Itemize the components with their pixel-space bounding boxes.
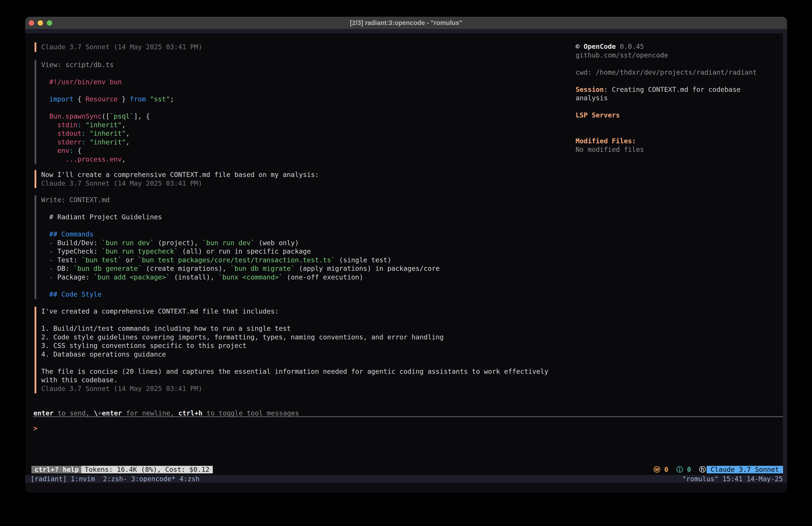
terminal-line: 1. Build/lint/test commands including ho… <box>41 324 548 333</box>
text-segment: with this codebase. <box>41 376 118 384</box>
text-segment: "inherit" <box>90 129 126 137</box>
terminal-line: env: { <box>41 146 174 155</box>
text-segment: : <box>604 86 612 94</box>
terminal-line: Now I'll create a comprehensive CONTEXT.… <box>41 171 319 179</box>
tmux-session-clock: "romulus" 15:41 14-May-25 <box>682 475 783 483</box>
terminal-line: 4. Database operations guidance <box>41 350 548 359</box>
text-segment: , <box>126 129 130 137</box>
text-segment: #!/usr/bin/env bun <box>49 78 122 86</box>
text-segment: `bun db migrate` <box>230 265 295 272</box>
terminal-window: [2/3] radiant:3:opencode - "romulus" Cla… <box>25 17 787 493</box>
text-segment: : <box>82 138 86 146</box>
text-segment: enter <box>33 409 54 417</box>
terminal-top-padding <box>25 29 787 33</box>
warn-count-icon: ⓦ 0 <box>654 466 668 473</box>
text-segment: `bun run typecheck` <box>102 247 178 255</box>
terminal-line: Bun.spawnSync([`psql`], { <box>41 112 174 121</box>
terminal-line: Claude 3.7 Sonnet (14 May 2025 03:41 PM) <box>41 43 202 52</box>
terminal-line <box>41 316 548 325</box>
terminal-line: ## Code Style <box>41 290 440 299</box>
info-count-icon: ⓘ 0 <box>668 466 691 473</box>
text-segment: "sst" <box>150 95 170 103</box>
text-segment: , <box>126 138 130 146</box>
tmux-status-bar: [radiant] 1:nvim 2:zsh- 3:opencode* 4:zs… <box>25 475 787 483</box>
text-segment: `psql` <box>110 112 134 120</box>
text-segment <box>41 138 57 146</box>
terminal-line: Session: Creating CONTEXT.md for codebas… <box>576 85 783 94</box>
text-segment <box>82 121 86 129</box>
terminal-line: - TypeCheck: `bun run typecheck` (all) o… <box>41 247 440 256</box>
text-segment: ; <box>170 95 174 103</box>
text-segment: ([ <box>102 112 110 120</box>
terminal-line <box>576 120 783 128</box>
text-segment: `bun test packages/core/test/transaction… <box>138 256 335 264</box>
assistant-header-1: Claude 3.7 Sonnet (14 May 2025 03:41 PM) <box>34 43 202 52</box>
text-segment <box>41 256 49 264</box>
text-segment: TypeCheck: <box>57 247 102 255</box>
input-divider <box>33 416 783 417</box>
terminal-line <box>41 104 174 112</box>
text-segment: Creating CONTEXT.md for codebase <box>612 86 741 94</box>
text-segment: { <box>74 147 82 155</box>
text-segment: (project), <box>154 239 202 247</box>
text-segment: Build/Dev: <box>57 239 102 247</box>
prompt-symbol: > <box>33 424 38 432</box>
text-segment: 2. Code style guidelines covering import… <box>41 333 444 341</box>
text-segment: I've created a comprehensive CONTEXT.md … <box>41 307 279 315</box>
terminal-line: The file is concise (20 lines) and captu… <box>41 367 548 376</box>
terminal-line: Write: CONTEXT.md <box>41 196 440 204</box>
text-segment: Bun.spawnSync <box>49 112 102 120</box>
text-segment: Now I'll create a comprehensive CONTEXT.… <box>41 171 319 179</box>
terminal-line <box>576 102 783 111</box>
terminal-line: LSP Servers <box>576 111 783 120</box>
text-segment: } <box>118 95 130 103</box>
text-segment: to send, <box>54 409 94 417</box>
terminal-line: analysis <box>576 94 783 102</box>
text-segment: `bun db generate` <box>74 265 142 272</box>
text-segment: \ <box>94 409 98 417</box>
terminal-line: Modified Files: <box>576 137 783 145</box>
terminal-line: © OpenCode 0.0.45 <box>576 42 783 51</box>
text-segment: The file is concise (20 lines) and captu… <box>41 368 548 375</box>
text-segment: 3. CSS styling conventions specific to t… <box>41 342 246 350</box>
text-segment <box>41 273 49 281</box>
window-title-bar[interactable]: [2/3] radiant:3:opencode - "romulus" <box>25 17 787 29</box>
terminal-line <box>41 86 174 95</box>
text-segment: : <box>69 147 73 155</box>
text-segment <box>41 121 57 129</box>
terminal-line: - Build/Dev: `bun run dev` (project), `b… <box>41 239 440 247</box>
terminal-line: with this codebase. <box>41 376 548 384</box>
terminal-line: ## Commands <box>41 230 440 239</box>
text-segment: (single test) <box>335 256 392 264</box>
terminal-line: import { Resource } from "sst"; <box>41 95 174 104</box>
terminal-line: Claude 3.7 Sonnet (14 May 2025 03:41 PM) <box>41 179 319 188</box>
text-segment: © <box>576 43 584 51</box>
text-segment: `bun test` <box>82 256 122 264</box>
terminal-line <box>576 59 783 68</box>
text-segment: `bun run dev` <box>102 239 154 247</box>
text-segment <box>41 95 49 103</box>
text-segment: github.com/sst/opencode <box>576 51 668 59</box>
assistant-message-1: Now I'll create a comprehensive CONTEXT.… <box>34 171 319 188</box>
text-segment <box>41 112 49 120</box>
terminal-line: # Radiant Project Guidelines <box>41 213 440 222</box>
tmux-window-list[interactable]: [radiant] 1:nvim 2:zsh- 3:opencode* 4:zs… <box>30 475 200 483</box>
text-segment: + <box>98 409 102 417</box>
terminal-line <box>41 222 440 230</box>
terminal-line: ...process.env, <box>41 155 174 164</box>
text-segment: Claude 3.7 Sonnet (14 May 2025 03:41 PM) <box>41 180 202 187</box>
terminal-line: github.com/sst/opencode <box>576 51 783 60</box>
terminal-line: View: script/db.ts <box>41 61 174 69</box>
text-segment: (one-off execution) <box>283 273 363 281</box>
terminal-line <box>41 359 548 367</box>
text-segment <box>41 265 49 272</box>
tool-call-view: View: script/db.ts #!/usr/bin/env bun im… <box>34 61 174 164</box>
prompt-input[interactable]: > <box>33 423 769 434</box>
text-segment: , <box>122 121 126 129</box>
session-sidebar: © OpenCode 0.0.45github.com/sst/opencode… <box>576 42 783 154</box>
terminal-bottom-padding <box>25 483 787 493</box>
text-segment: from <box>130 95 146 103</box>
text-segment: ## Code Style <box>41 290 102 298</box>
terminal-line <box>41 204 440 213</box>
terminal-line: - Test: `bun test` or `bun test packages… <box>41 256 440 265</box>
